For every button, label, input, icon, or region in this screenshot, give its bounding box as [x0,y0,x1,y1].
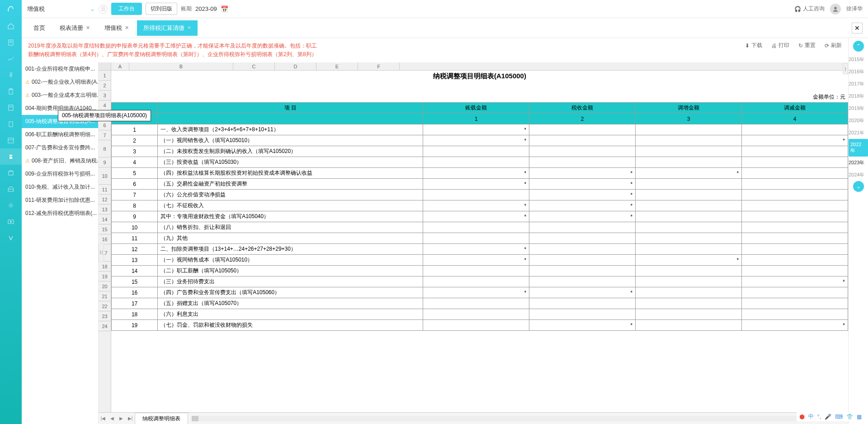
row-header[interactable]: 2 [99,81,111,91]
ime-punct-icon[interactable]: °, [817,414,821,420]
app-logo [0,0,22,18]
row-header[interactable]: 18 [99,262,111,272]
form-list-item[interactable]: ⚠002-一般企业收入明细表(A... [22,76,98,89]
close-icon[interactable]: ✕ [86,25,90,31]
row-header[interactable]: 19 [99,272,111,281]
year-item[interactable]: 2016年 [849,66,868,78]
column-header[interactable]: C [233,62,275,70]
module-dropdown[interactable]: 增值税 ⌄ [27,5,95,13]
row-header[interactable]: 3 [99,91,111,100]
row-header[interactable]: 7 [99,130,111,140]
calendar-icon[interactable]: 📅 [221,5,228,13]
user-avatar[interactable] [830,4,841,14]
sheet-nav-next[interactable]: ▶ [117,416,126,421]
ime-mic-icon[interactable]: 🎤 [825,414,831,420]
form-list-item[interactable]: 006-职工薪酬纳税调整明细... [22,128,98,141]
year-item[interactable]: 2017年 [849,78,868,90]
year-item[interactable]: 2015年 [849,53,868,66]
nav-v-icon[interactable] [0,230,22,246]
form-list-item[interactable]: 012-减免所得税优惠明细表(... [22,207,98,220]
column-header[interactable]: F [358,62,400,70]
row-header[interactable]: 4 [99,100,111,110]
form-list-item[interactable]: 001-企业所得税年度纳税申... [22,62,98,76]
year-item[interactable]: 2020年 [849,114,868,127]
horizontal-scrollbar[interactable] [192,416,844,421]
tab-vat[interactable]: 增值税✕ [98,20,135,36]
row-header[interactable]: 1 [99,71,111,81]
tab-home[interactable]: 首页 [27,20,52,36]
nav-video-icon[interactable] [0,214,22,230]
row-header[interactable]: 23 [99,311,111,321]
form-list-item[interactable]: 007-广告费和业务宣传费跨... [22,141,98,154]
nav-inbox-icon[interactable] [0,181,22,197]
nav-clipboard-icon[interactable] [0,83,22,100]
row-header[interactable]: 24 [99,321,111,331]
row-header[interactable]: 22 [99,301,111,311]
nav-building-icon[interactable] [0,116,22,132]
column-header[interactable]: B [129,62,233,70]
row-header[interactable]: 12 [99,195,111,205]
nav-chart-icon[interactable] [0,51,22,67]
form-list-item[interactable]: ⚠003-一般企业成本支出明细... [22,89,98,102]
close-icon[interactable]: ✕ [187,25,191,31]
sheet-nav-last[interactable]: ▶| [126,416,135,421]
tab-tax-list[interactable]: 税表清册✕ [53,20,96,36]
year-item[interactable]: 2019年 [849,102,868,114]
ime-lang[interactable]: 中 [808,413,814,420]
row-header[interactable]: 21 [99,291,111,301]
nav-ledger-icon[interactable] [0,34,22,51]
switch-old-button[interactable]: 切到旧版 [146,3,177,15]
download-button[interactable]: ⬇下载 [745,42,762,49]
sheet-nav-prev[interactable]: ◀ [108,416,117,421]
refresh-button[interactable]: ⟳刷新 [825,42,842,49]
year-down-button[interactable]: ⌄ [853,181,864,192]
doc-icon[interactable]: ☰ [99,5,108,14]
customer-service[interactable]: 🎧 人工咨询 [794,5,825,13]
row-header[interactable]: 6 [99,120,111,130]
row-header[interactable]: 11 [99,185,111,195]
sheet-nav-first[interactable]: |◀ [99,416,108,421]
nav-calendar-icon[interactable] [0,132,22,148]
sheet-tab[interactable]: 纳税调整明细表 [135,413,188,424]
form-list-item[interactable]: ⚠008-资产折旧、摊销及纳税... [22,154,98,167]
nav-money-icon[interactable] [0,67,22,83]
tab-income-tax[interactable]: 所得税汇算清缴✕ [137,20,198,36]
row-header[interactable]: 9 [99,157,111,167]
spreadsheet-grid[interactable]: 纳税调整项目明细表(A105000)金额单位：元项 目账载金额税收金额调增金额调… [111,71,848,412]
year-item[interactable]: 2018年 [849,90,868,102]
year-item[interactable]: 2024年 [849,169,868,181]
nav-home-icon[interactable] [0,18,22,34]
row-header[interactable]: 8 [99,140,111,157]
service-label: 人工咨询 [803,5,825,13]
reset-button[interactable]: ↻重置 [798,42,816,49]
form-list-item[interactable]: 010-免税、减计收入及加计... [22,181,98,194]
expand-handle[interactable]: ⟩ [843,63,848,74]
print-button[interactable]: 🖨打印 [771,42,789,49]
column-header[interactable]: E [316,62,358,70]
nav-settings-icon[interactable] [0,197,22,214]
form-list-item[interactable]: 009-企业所得税弥补亏损明... [22,167,98,181]
year-item[interactable]: 2021年 [849,127,868,139]
year-item[interactable]: 2023年 [849,157,868,169]
ime-skin-icon[interactable]: 👕 [846,414,853,420]
ime-menu-icon[interactable]: ▦ [857,414,862,420]
form-list-item[interactable]: 011-研发费用加计扣除优惠... [22,194,98,207]
nav-calc-icon[interactable] [0,100,22,116]
row-header[interactable]: 15 [99,224,111,234]
row-header[interactable]: 13 [99,205,111,214]
collapse-handle[interactable]: ⟨⟨ [99,243,104,262]
ime-logo-icon[interactable]: ⬢ [799,413,805,420]
close-all-button[interactable]: ✕ [852,23,863,33]
ime-keyboard-icon[interactable]: ⌨ [835,414,843,420]
nav-archive-icon[interactable] [0,165,22,181]
year-item[interactable]: 2022年 [849,139,868,157]
year-up-button[interactable]: ⌃ [853,41,864,52]
row-header[interactable]: 10 [99,167,111,185]
workbench-button[interactable]: 工作台 [111,3,142,15]
nav-tax-icon[interactable] [0,148,22,165]
column-header[interactable]: D [275,62,316,70]
close-icon[interactable]: ✕ [125,25,129,31]
row-header[interactable]: 14 [99,214,111,224]
row-header[interactable]: 20 [99,281,111,291]
column-header[interactable]: A [111,62,129,70]
